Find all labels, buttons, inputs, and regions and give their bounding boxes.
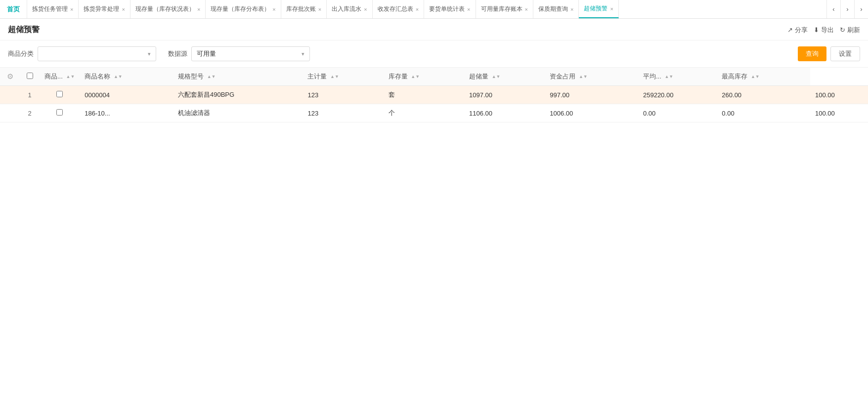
datasource-value: 可用量 (197, 49, 216, 58)
nav-tab-1[interactable]: 拣货异常处理× (79, 0, 130, 18)
header-actions: ↗ 分享 ⬇ 导出 ↻ 刷新 (787, 26, 860, 35)
nav-tab-close-5[interactable]: × (364, 6, 367, 12)
row-num: 2 (20, 104, 40, 122)
category-label: 商品分类 (8, 49, 34, 58)
col-name-header[interactable]: 商品名称 ▲▼ (80, 68, 173, 86)
nav-right-arrow[interactable]: › (840, 0, 854, 19)
col-unit-header[interactable]: 主计量 ▲▼ (303, 68, 383, 86)
nav-tab-6[interactable]: 收发存汇总表× (373, 0, 424, 18)
row-code: 0000004 (80, 86, 173, 104)
nav-tab-close-7[interactable]: × (467, 6, 470, 12)
nav-tab-close-6[interactable]: × (416, 6, 419, 12)
nav-tab-close-2[interactable]: × (197, 6, 200, 12)
nav-tab-close-0[interactable]: × (70, 6, 73, 12)
table-header-row: ⚙ 商品... ▲▼ 商品名称 ▲▼ 规格型号 ▲▼ (0, 68, 868, 86)
row-max: 100.00 (810, 86, 868, 104)
table-container: ⚙ 商品... ▲▼ 商品名称 ▲▼ 规格型号 ▲▼ (0, 68, 868, 122)
nav-tab-0[interactable]: 拣货任务管理× (27, 0, 79, 18)
col-stock-header[interactable]: 库存量 ▲▼ (384, 68, 464, 86)
query-button[interactable]: 查询 (798, 46, 826, 61)
nav-tab-9[interactable]: 保质期查询× (533, 0, 579, 18)
refresh-icon: ↻ (840, 26, 845, 34)
data-table: ⚙ 商品... ▲▼ 商品名称 ▲▼ 规格型号 ▲▼ (0, 68, 868, 122)
sort-capital-icon: ▲▼ (579, 75, 588, 79)
row-checkbox-0[interactable] (56, 91, 63, 97)
nav-tab-label: 收发存汇总表 (378, 5, 413, 13)
nav-tab-close-8[interactable]: × (525, 6, 528, 12)
col-avg-header[interactable]: 平均... ▲▼ (638, 68, 717, 86)
category-chevron-icon: ▾ (148, 51, 151, 57)
nav-tab-8[interactable]: 可用量库存账本× (476, 0, 533, 18)
col-max-header[interactable]: 最高库存 ▲▼ (717, 68, 810, 86)
sort-avg-icon: ▲▼ (664, 75, 673, 79)
nav-tab-label: 出入库流水 (332, 5, 361, 13)
nav-tab-close-10[interactable]: × (610, 6, 613, 12)
export-button[interactable]: ⬇ 导出 (814, 26, 834, 35)
nav-more-arrow[interactable]: › (854, 0, 868, 19)
top-nav: 首页 拣货任务管理×拣货异常处理×现存量（库存状况表）×现存量（库存分布表）×库… (0, 0, 868, 19)
row-stock: 1097.00 (464, 86, 545, 104)
select-all-checkbox[interactable] (27, 73, 33, 79)
datasource-filter: 数据源 可用量 ▾ (168, 46, 310, 61)
refresh-button[interactable]: ↻ 刷新 (840, 26, 860, 35)
row-overstock: 1006.00 (545, 104, 638, 122)
nav-tab-7[interactable]: 要货单统计表× (424, 0, 476, 18)
table-row: 2 186-10... 机油滤清器 123 个 1106.00 1006.00 … (0, 104, 868, 122)
nav-tab-close-1[interactable]: × (122, 6, 125, 12)
row-num: 1 (20, 86, 40, 104)
nav-tab-label: 现存量（库存分布表） (211, 5, 270, 13)
sort-stock-icon: ▲▼ (411, 75, 420, 79)
row-stock: 1106.00 (464, 104, 545, 122)
col-spec-header[interactable]: 规格型号 ▲▼ (173, 68, 303, 86)
row-spec: 123 (303, 104, 383, 122)
sort-unit-icon: ▲▼ (330, 75, 339, 79)
nav-tab-label: 拣货任务管理 (32, 5, 68, 13)
export-icon: ⬇ (814, 26, 819, 34)
nav-tab-2[interactable]: 现存量（库存状况表）× (130, 0, 206, 18)
col-capital-header[interactable]: 资金占用 ▲▼ (545, 68, 638, 86)
nav-tab-5[interactable]: 出入库流水× (327, 0, 372, 18)
filter-actions: 查询 设置 (798, 46, 860, 61)
category-select[interactable]: ▾ (38, 46, 156, 61)
nav-tab-10[interactable]: 超储预警× (579, 0, 618, 18)
nav-arrows: ‹ › › (826, 0, 868, 19)
nav-tab-label: 库存批次账 (286, 5, 316, 13)
share-icon: ↗ (787, 26, 793, 34)
col-overstock-header[interactable]: 超储量 ▲▼ (464, 68, 545, 86)
nav-tab-label: 要货单统计表 (429, 5, 465, 13)
nav-tab-label: 保质期查询 (538, 5, 568, 13)
sort-spec-icon: ▲▼ (207, 75, 216, 79)
row-avg: 260.00 (717, 86, 810, 104)
nav-tab-close-3[interactable]: × (272, 6, 275, 12)
col-checkbox-header (20, 68, 40, 86)
col-code-header[interactable]: 商品... ▲▼ (40, 68, 80, 86)
nav-tab-label: 现存量（库存状况表） (135, 5, 195, 13)
row-checkbox-1[interactable] (56, 109, 63, 116)
row-checkbox-cell (40, 86, 80, 104)
row-capital: 0.00 (638, 104, 717, 122)
sort-overstock-icon: ▲▼ (492, 75, 501, 79)
nav-tab-label: 可用量库存账本 (481, 5, 522, 13)
row-capital: 259220.00 (638, 86, 717, 104)
row-overstock: 997.00 (545, 86, 638, 104)
row-code: 186-10... (80, 104, 173, 122)
settings-button[interactable]: 设置 (830, 46, 860, 61)
page-header: 超储预警 ↗ 分享 ⬇ 导出 ↻ 刷新 (0, 19, 868, 40)
nav-home[interactable]: 首页 (0, 0, 27, 18)
table-settings-icon[interactable]: ⚙ (7, 72, 13, 80)
sort-code-icon: ▲▼ (66, 75, 75, 79)
share-button[interactable]: ↗ 分享 (787, 26, 808, 35)
nav-tab-close-9[interactable]: × (570, 6, 573, 12)
page-container: 超储预警 ↗ 分享 ⬇ 导出 ↻ 刷新 商品分类 ▾ 数据源 (0, 19, 868, 395)
row-checkbox-cell (40, 104, 80, 122)
nav-tab-4[interactable]: 库存批次账× (281, 0, 327, 18)
nav-tab-close-4[interactable]: × (318, 6, 321, 12)
nav-tab-3[interactable]: 现存量（库存分布表）× (206, 0, 281, 18)
row-settings-cell (0, 104, 20, 122)
datasource-select[interactable]: 可用量 ▾ (191, 46, 310, 61)
sort-name-icon: ▲▼ (114, 75, 123, 79)
row-max: 100.00 (810, 104, 868, 122)
nav-left-arrow[interactable]: ‹ (826, 0, 840, 19)
datasource-label: 数据源 (168, 49, 187, 58)
sort-max-icon: ▲▼ (751, 75, 760, 79)
